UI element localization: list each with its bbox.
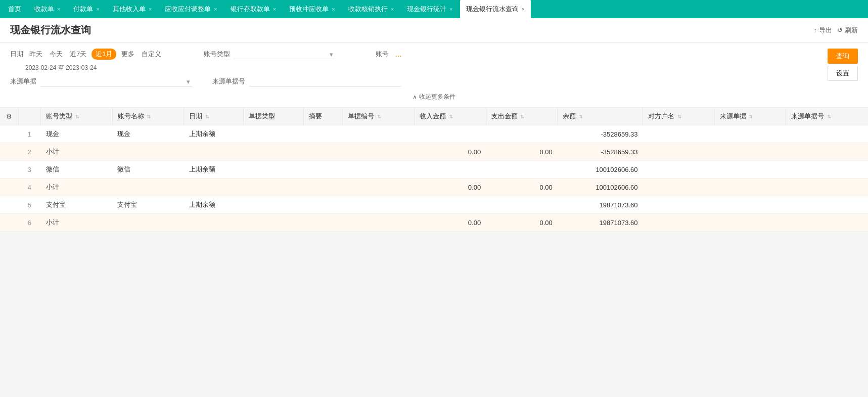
close-icon-2[interactable]: × xyxy=(149,6,152,12)
sort-icon-income: ⇅ xyxy=(449,114,453,119)
th-index xyxy=(18,108,41,125)
nav-tab-8[interactable]: 现金银行流水查询 × xyxy=(460,0,531,18)
filter-right-actions: 查询 设置 xyxy=(828,49,858,81)
sort-icon-date: ⇅ xyxy=(205,114,209,119)
account-filter-group: 账号 ... xyxy=(376,50,403,59)
nav-tab-7[interactable]: 现金银行统计 × xyxy=(401,0,459,18)
collapse-bar[interactable]: ∧ 收起更多条件 xyxy=(10,91,858,101)
close-icon-6[interactable]: × xyxy=(391,6,394,12)
source-doc-no-filter-group: 来源单据号 xyxy=(212,76,401,86)
sort-icon-source-doc-no: ⇅ xyxy=(827,114,831,119)
account-type-filter-group: 账号类型 ▾ xyxy=(204,49,335,59)
th-account-name[interactable]: 账号名称 ⇅ xyxy=(112,108,184,125)
sort-icon-source-doc: ⇅ xyxy=(749,114,753,119)
close-icon-4[interactable]: × xyxy=(273,6,276,12)
account-label: 账号 xyxy=(376,50,389,59)
export-icon: ↑ xyxy=(814,26,817,34)
table-row[interactable]: 6小计0.000.0019871073.60 xyxy=(0,214,868,232)
filter-row-2: 来源单据 ▾ 来源单据号 xyxy=(10,76,828,86)
header-actions: ↑ 导出 ↺ 刷新 xyxy=(814,26,858,35)
table-row[interactable]: 2小计0.000.00-3528659.33 xyxy=(0,143,868,161)
export-label: 导出 xyxy=(819,26,832,35)
date-range-display: 2023-02-24 至 2023-03-24 xyxy=(25,64,97,71)
nav-tab-5[interactable]: 预收冲应收单 × xyxy=(283,0,341,18)
table-row[interactable]: 3微信微信上期余额100102606.60 xyxy=(0,161,868,179)
refresh-label: 刷新 xyxy=(845,26,858,35)
source-doc-no-input[interactable] xyxy=(249,76,401,86)
nav-tab-2[interactable]: 其他收入单 × xyxy=(107,0,158,18)
th-doc-type: 单据类型 xyxy=(244,108,304,125)
account-type-select-wrapper: ▾ xyxy=(234,49,335,59)
data-table: ⚙ 账号类型 ⇅ 账号名称 ⇅ 日期 ⇅ 单据类型 摘要 单据编号 ⇅ 收入金额… xyxy=(0,108,868,232)
date-filter-group: 日期 昨天 今天 近7天 近1月 更多 自定义 xyxy=(10,49,163,60)
date-filter-label: 日期 xyxy=(10,50,23,59)
date-opt-today[interactable]: 今天 xyxy=(48,49,65,60)
nav-tab-label-1: 付款单 xyxy=(73,5,93,14)
close-icon-7[interactable]: × xyxy=(449,6,452,12)
source-doc-label: 来源单据 xyxy=(10,77,36,86)
nav-tab-4[interactable]: 银行存取款单 × xyxy=(224,0,282,18)
source-doc-no-label: 来源单据号 xyxy=(212,77,245,86)
sort-icon-account-type: ⇅ xyxy=(75,114,79,119)
table-row[interactable]: 5支付宝支付宝上期余额19871073.60 xyxy=(0,196,868,214)
close-icon-1[interactable]: × xyxy=(96,6,99,12)
th-counterpart[interactable]: 对方户名 ⇅ xyxy=(643,108,714,125)
th-date[interactable]: 日期 ⇅ xyxy=(184,108,244,125)
th-source-doc-no[interactable]: 来源单据号 ⇅ xyxy=(786,108,868,125)
account-type-select[interactable] xyxy=(234,49,335,59)
th-account-type[interactable]: 账号类型 ⇅ xyxy=(41,108,113,125)
nav-tab-label-4: 银行存取款单 xyxy=(231,5,270,14)
table-body: 1现金现金上期余额-3528659.332小计0.000.00-3528659.… xyxy=(0,125,868,232)
sort-icon-expense: ⇅ xyxy=(520,114,524,119)
nav-tab-3[interactable]: 应收应付调整单 × xyxy=(159,0,223,18)
nav-tab-0[interactable]: 收款单 × xyxy=(28,0,66,18)
date-opt-yesterday[interactable]: 昨天 xyxy=(27,49,44,60)
nav-tab-label-6: 收款核销执行 xyxy=(348,5,388,14)
date-opt-custom[interactable]: 自定义 xyxy=(140,49,163,60)
refresh-button[interactable]: ↺ 刷新 xyxy=(837,26,858,35)
account-type-label: 账号类型 xyxy=(204,50,230,59)
close-icon-0[interactable]: × xyxy=(57,6,60,12)
th-balance[interactable]: 余额 ⇅ xyxy=(558,108,643,125)
date-opt-more[interactable]: 更多 xyxy=(119,49,136,60)
table-row[interactable]: 4小计0.000.00100102606.60 xyxy=(0,179,868,196)
th-expense[interactable]: 支出金额 ⇅ xyxy=(486,108,558,125)
sort-icon-doc-no: ⇅ xyxy=(377,114,381,119)
close-icon-3[interactable]: × xyxy=(214,6,217,12)
nav-tab-label-7: 现金银行统计 xyxy=(407,5,446,14)
page-title: 现金银行流水查询 xyxy=(10,23,91,37)
source-doc-filter-group: 来源单据 ▾ xyxy=(10,76,192,86)
date-opt-7days[interactable]: 近7天 xyxy=(68,49,88,60)
collapse-label: 收起更多条件 xyxy=(419,93,455,101)
table-row[interactable]: 1现金现金上期余额-3528659.33 xyxy=(0,125,868,143)
sort-icon-balance: ⇅ xyxy=(579,114,583,119)
nav-home-label: 首页 xyxy=(8,5,21,14)
account-ellipsis-button[interactable]: ... xyxy=(393,50,403,59)
close-icon-8[interactable]: × xyxy=(522,6,525,12)
nav-tab-label-5: 预收冲应收单 xyxy=(289,5,329,14)
nav-tab-label-8: 现金银行流水查询 xyxy=(466,5,519,14)
th-doc-no[interactable]: 单据编号 ⇅ xyxy=(343,108,415,125)
table-header-row: ⚙ 账号类型 ⇅ 账号名称 ⇅ 日期 ⇅ 单据类型 摘要 单据编号 ⇅ 收入金额… xyxy=(0,108,868,125)
top-navigation: 首页 收款单 × 付款单 × 其他收入单 × 应收应付调整单 × 银行存取款单 … xyxy=(0,0,868,18)
nav-tab-label-2: 其他收入单 xyxy=(113,5,146,14)
nav-tab-label-0: 收款单 xyxy=(34,5,54,14)
settings-button[interactable]: 设置 xyxy=(828,66,858,81)
source-doc-select[interactable] xyxy=(40,76,192,86)
close-icon-5[interactable]: × xyxy=(332,6,335,12)
source-doc-select-wrapper: ▾ xyxy=(40,76,192,86)
nav-home[interactable]: 首页 xyxy=(2,0,27,18)
nav-tab-label-3: 应收应付调整单 xyxy=(165,5,211,14)
th-source-doc[interactable]: 来源单据 ⇅ xyxy=(714,108,786,125)
sort-icon-account-name: ⇅ xyxy=(147,114,151,119)
nav-tab-1[interactable]: 付款单 × xyxy=(67,0,105,18)
query-button[interactable]: 查询 xyxy=(828,49,858,64)
th-summary: 摘要 xyxy=(304,108,343,125)
th-income[interactable]: 收入金额 ⇅ xyxy=(414,108,486,125)
filter-area: 日期 昨天 今天 近7天 近1月 更多 自定义 账号类型 xyxy=(0,42,868,108)
collapse-icon: ∧ xyxy=(413,94,417,101)
th-gear[interactable]: ⚙ xyxy=(0,108,18,125)
nav-tab-6[interactable]: 收款核销执行 × xyxy=(342,0,400,18)
export-button[interactable]: ↑ 导出 xyxy=(814,26,833,35)
date-opt-1month[interactable]: 近1月 xyxy=(92,49,116,60)
